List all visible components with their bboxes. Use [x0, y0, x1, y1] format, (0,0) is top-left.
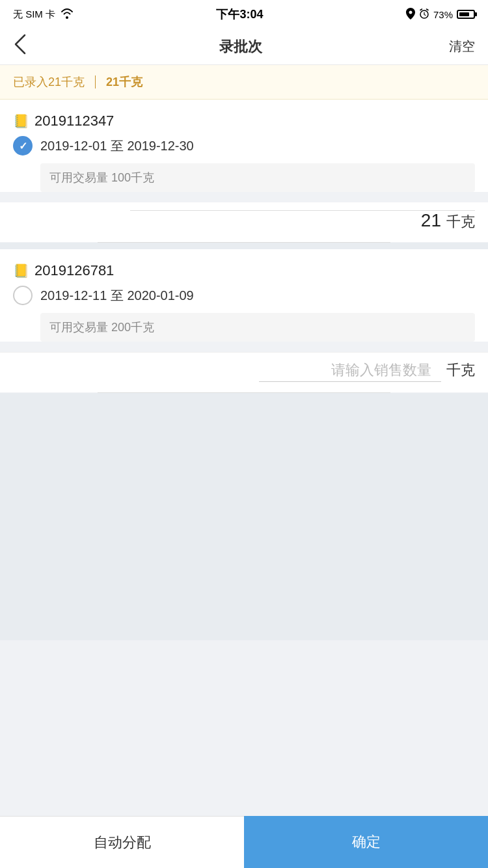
batch-1-amount: 21	[421, 210, 441, 231]
section-divider	[0, 243, 488, 249]
sim-text: 无 SIM 卡	[13, 8, 55, 21]
batch-card-1: 📒 2019112347 2019-12-01 至 2019-12-30 可用交…	[0, 100, 488, 192]
bottom-bar: 自动分配 确定	[0, 816, 488, 868]
batch-1-date-row[interactable]: 2019-12-01 至 2019-12-30	[13, 136, 475, 156]
status-left: 无 SIM 卡	[13, 8, 74, 21]
alarm-icon	[419, 8, 429, 21]
batch-2-id: 2019126781	[34, 262, 114, 279]
back-button[interactable]	[8, 27, 33, 66]
batch-1-date: 2019-12-01 至 2019-12-30	[40, 137, 194, 155]
status-time: 下午3:04	[216, 7, 263, 22]
auto-distribute-button[interactable]: 自动分配	[0, 816, 244, 868]
location-icon	[406, 8, 415, 21]
page-title: 录批次	[219, 37, 262, 57]
batch-2-input-row[interactable]: 千克	[0, 352, 488, 392]
batch-2-icon: 📒	[13, 263, 29, 278]
batch-1-header: 📒 2019112347	[13, 113, 475, 129]
gray-area	[0, 393, 488, 640]
battery-icon	[457, 10, 475, 19]
quantity-input[interactable]	[259, 362, 441, 382]
batch-card-2: 📒 2019126781 2019-12-11 至 2020-01-09 可用交…	[0, 249, 488, 342]
batch-1-amount-row: 21 千克	[0, 202, 488, 242]
batch-1-icon: 📒	[13, 113, 29, 129]
clear-button[interactable]: 清空	[449, 38, 475, 55]
batch-2-radio[interactable]	[13, 286, 33, 305]
batch-2-unit: 千克	[446, 360, 475, 380]
batch-2-date: 2019-12-11 至 2020-01-09	[40, 287, 194, 305]
batch-1-unit: 千克	[446, 212, 475, 232]
wifi-icon	[61, 8, 74, 21]
status-right: 73%	[406, 8, 475, 21]
nav-bar: 录批次 清空	[0, 29, 488, 65]
batch-1-id: 2019112347	[34, 113, 114, 129]
summary-bar: 已录入21千克 21千克	[0, 65, 488, 100]
batch-1-radio[interactable]	[13, 136, 33, 156]
batch-2-header: 📒 2019126781	[13, 262, 475, 279]
status-bar: 无 SIM 卡 下午3:04 73%	[0, 0, 488, 29]
summary-divider	[95, 75, 96, 88]
batch-2-availability: 可用交易量 200千克	[40, 313, 475, 342]
summary-value: 21千克	[106, 74, 142, 90]
batch-2-date-row[interactable]: 2019-12-11 至 2020-01-09	[13, 286, 475, 305]
confirm-button[interactable]: 确定	[244, 816, 488, 868]
battery-percent: 73%	[433, 9, 453, 20]
recorded-label: 已录入21千克	[13, 74, 85, 90]
batch-1-availability: 可用交易量 100千克	[40, 163, 475, 192]
